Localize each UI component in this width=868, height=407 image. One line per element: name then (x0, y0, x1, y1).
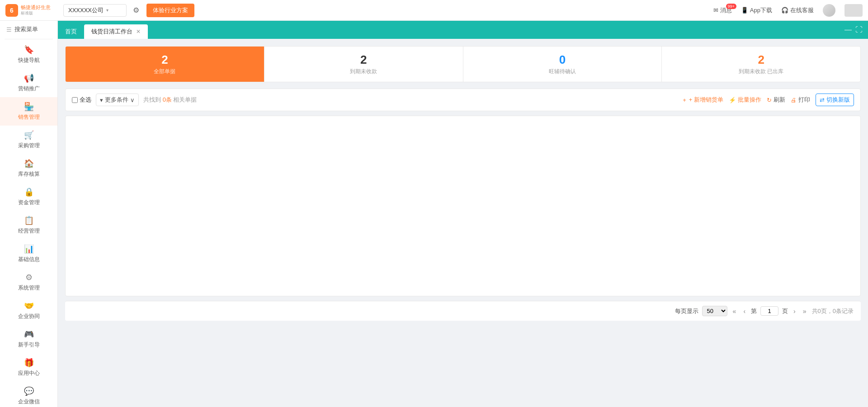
tab-home-label: 首页 (65, 28, 77, 36)
stat-number-overdue-shipped: 2 (669, 53, 853, 67)
marketing-icon: 📢 (24, 73, 34, 83)
sidebar: ☰ 搜索菜单 🔖 快捷导航 📢 营销推广 🏪 销售管理 🛒 采购管理 🏠 库存核… (0, 21, 58, 407)
trial-button[interactable]: 体验行业方案 (146, 4, 194, 17)
tab-workbench[interactable]: 钱货日清工作台 ✕ (84, 24, 148, 39)
inventory-icon: 🏠 (24, 159, 34, 168)
company-dropdown-arrow: ▾ (106, 8, 108, 13)
switch-version-button[interactable]: ⇄ 切换新版 (816, 94, 854, 106)
app-name: 畅捷通好生意 (21, 4, 51, 10)
user-name-display (844, 4, 863, 17)
batch-op-icon: ⚡ (729, 97, 736, 103)
top-header: 6 畅捷通好生意 标准版 XXXXXX公司 ▾ ⚙ 体验行业方案 ✉ 消息 99… (0, 0, 868, 21)
company-name: XXXXXX公司 (68, 6, 104, 14)
stat-card-wangpu[interactable]: 0 旺辅待确认 (463, 47, 662, 82)
stat-number-overdue: 2 (272, 53, 456, 67)
select-all-checkbox[interactable]: 全选 (72, 96, 91, 104)
stat-label-overdue-shipped: 到期未收款 已出库 (669, 68, 853, 75)
first-page-btn[interactable]: « (731, 307, 738, 316)
tab-bar-actions: — ⛶ (844, 21, 868, 39)
message-badge: 99+ (726, 4, 736, 9)
pagination-bar: 每页显示 50 10 20 100 « ‹ 第 页 › » 共0页，0条记录 (65, 301, 861, 321)
sidebar-item-app-center[interactable]: 🎁 应用中心 (0, 353, 57, 382)
avatar[interactable] (823, 4, 835, 17)
found-count: 0条 (163, 96, 172, 103)
sidebar-item-inventory[interactable]: 🏠 库存核算 (0, 154, 57, 182)
sidebar-item-marketing[interactable]: 📢 营销推广 (0, 69, 57, 97)
sidebar-search-menu[interactable]: ☰ 搜索菜单 (0, 21, 57, 38)
toolbar-right: + + 新增销货单 ⚡ 批量操作 ↻ 刷新 🖨 打印 (683, 94, 854, 106)
per-page-label: 每页显示 (675, 307, 698, 315)
stat-number-wangpu: 0 (471, 53, 655, 67)
purchase-label: 采购管理 (18, 142, 40, 150)
select-all-input[interactable] (72, 97, 78, 103)
refresh-button[interactable]: ↻ 刷新 (767, 96, 785, 104)
logo-icon: 6 (5, 4, 18, 17)
settings-icon[interactable]: ⚙ (131, 4, 141, 16)
company-selector[interactable]: XXXXXX公司 ▾ (63, 4, 127, 17)
sidebar-item-purchase[interactable]: 🛒 采购管理 (0, 126, 57, 154)
operations-label: 经营管理 (18, 227, 40, 235)
toolbar: 全选 ▾ 更多条件 ∨ 共找到 0条 相关单据 + (65, 89, 861, 111)
sidebar-divider-1 (5, 39, 53, 39)
filter-label: 更多条件 (105, 96, 128, 104)
tab-bar: 首页 钱货日清工作台 ✕ — ⛶ (58, 21, 868, 39)
table-container (65, 116, 861, 296)
stat-card-overdue-shipped[interactable]: 2 到期未收款 已出库 (662, 47, 860, 82)
guide-icon: 🎮 (24, 329, 34, 339)
finance-label: 资金管理 (18, 199, 40, 206)
app-center-icon: 🎁 (24, 358, 34, 368)
sidebar-item-operations[interactable]: 📋 经营管理 (0, 211, 57, 239)
sales-label: 销售管理 (18, 113, 40, 121)
cooperation-label: 企业协同 (18, 313, 40, 320)
operations-icon: 📋 (24, 215, 34, 225)
basic-info-label: 基础信息 (18, 256, 40, 263)
tab-expand-icon[interactable]: ⛶ (855, 26, 863, 34)
stat-label-all: 全部单据 (73, 68, 257, 75)
new-sale-button[interactable]: + + 新增销货单 (683, 96, 723, 104)
tab-minimize-icon[interactable]: — (844, 26, 852, 34)
sidebar-item-sales[interactable]: 🏪 销售管理 (0, 97, 57, 126)
tab-home[interactable]: 首页 (58, 24, 84, 39)
stat-card-all[interactable]: 2 全部单据 (66, 47, 264, 82)
search-menu-label: 搜索菜单 (14, 25, 38, 33)
switch-icon: ⇄ (820, 97, 825, 103)
batch-op-button[interactable]: ⚡ 批量操作 (729, 96, 761, 104)
tab-close-icon[interactable]: ✕ (136, 28, 141, 35)
sidebar-item-finance[interactable]: 🔒 资金管理 (0, 182, 57, 211)
sidebar-item-quick-nav[interactable]: 🔖 快捷导航 (0, 40, 57, 69)
toolbar-left: 全选 ▾ 更多条件 ∨ 共找到 0条 相关单据 (72, 94, 678, 106)
next-page-btn[interactable]: › (792, 307, 797, 316)
marketing-label: 营销推广 (18, 85, 40, 93)
print-button[interactable]: 🖨 打印 (791, 96, 810, 104)
filter-icon: ▾ (100, 97, 103, 103)
page-suffix: 页 (782, 307, 788, 315)
sidebar-item-weixin[interactable]: 💬 企业微信 (0, 382, 57, 407)
online-service-button[interactable]: 🎧 在线客服 (781, 6, 814, 14)
app-download-button[interactable]: 📱 App下载 (741, 6, 772, 14)
filter-chevron-icon: ∨ (130, 97, 135, 103)
per-page-select[interactable]: 50 10 20 100 (702, 306, 727, 316)
refresh-icon: ↻ (767, 97, 772, 103)
select-all-label: 全选 (80, 96, 91, 104)
sidebar-item-basic-info[interactable]: 📊 基础信息 (0, 239, 57, 268)
guide-label: 新手引导 (18, 341, 40, 349)
last-page-btn[interactable]: » (801, 307, 808, 316)
content-area: 首页 钱货日清工作台 ✕ — ⛶ 2 全部单据 2 到期未收款 (58, 21, 868, 407)
quick-nav-label: 快捷导航 (18, 56, 40, 64)
sidebar-item-cooperation[interactable]: 🤝 企业协同 (0, 296, 57, 325)
main-layout: ☰ 搜索菜单 🔖 快捷导航 📢 营销推广 🏪 销售管理 🛒 采购管理 🏠 库存核… (0, 21, 868, 407)
finance-icon: 🔒 (24, 187, 34, 197)
cooperation-icon: 🤝 (24, 301, 34, 311)
message-button[interactable]: ✉ 消息 99+ (713, 6, 732, 14)
sidebar-item-guide[interactable]: 🎮 新手引导 (0, 325, 57, 353)
app-badge: 标准版 (21, 10, 51, 16)
sidebar-item-system[interactable]: ⚙ 系统管理 (0, 268, 57, 296)
stat-number-all: 2 (73, 53, 257, 67)
weixin-label: 企业微信 (18, 398, 40, 406)
page-input[interactable] (760, 306, 778, 316)
filter-button[interactable]: ▾ 更多条件 ∨ (96, 94, 139, 106)
stat-card-overdue[interactable]: 2 到期未收款 (264, 47, 463, 82)
weixin-icon: 💬 (24, 386, 34, 396)
new-sale-icon: + (683, 97, 686, 103)
prev-page-btn[interactable]: ‹ (741, 307, 747, 316)
